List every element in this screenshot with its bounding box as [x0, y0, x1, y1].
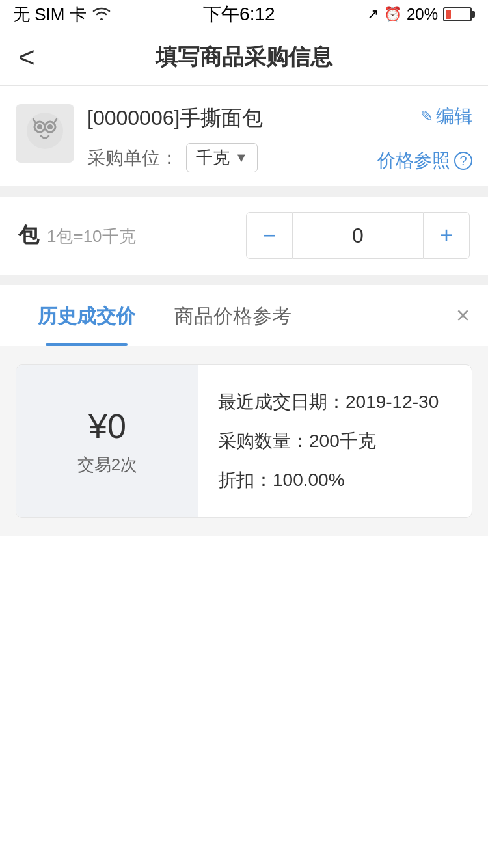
price-detail-discount: 折扣：100.00% [218, 467, 452, 494]
product-left: [0000006]手撕面包 采购单位： 千克 ▼ [16, 104, 263, 172]
battery-icon [443, 7, 475, 21]
status-left: 无 SIM 卡 [13, 3, 111, 26]
quantity-plus-button[interactable]: + [423, 212, 470, 259]
location-icon: ↗ [367, 6, 379, 23]
product-right: ✎ 编辑 价格参照 ? [377, 104, 472, 173]
price-currency-symbol: ¥ [88, 407, 107, 445]
product-logo-icon [25, 111, 64, 156]
price-ref-label: 价格参照 [377, 148, 450, 173]
tab-historical-price-label: 历史成交价 [38, 305, 135, 327]
discount-value: 100.00% [273, 470, 345, 490]
qty-unit-label: 包 [18, 221, 39, 250]
tab-historical-price[interactable]: 历史成交价 [18, 285, 155, 346]
product-thumbnail [16, 104, 74, 163]
discount-label: 折扣： [218, 470, 273, 490]
price-detail-qty: 采购数量：200千克 [218, 427, 452, 455]
price-detail-date: 最近成交日期：2019-12-30 [218, 388, 452, 416]
quantity-row: 包 1包=10千克 − + [0, 197, 488, 275]
wifi-icon [92, 5, 111, 25]
unit-dropdown-icon: ▼ [235, 150, 248, 165]
quantity-input-group: − + [246, 212, 470, 259]
help-icon: ? [454, 152, 472, 170]
back-button[interactable]: < [18, 41, 35, 74]
tab-product-price-reference-label: 商品价格参考 [174, 305, 291, 327]
tabs-bar: 历史成交价 商品价格参考 × [0, 285, 488, 346]
price-right-panel: 最近成交日期：2019-12-30 采购数量：200千克 折扣：100.00% [198, 365, 472, 517]
quantity-minus-button[interactable]: − [246, 212, 293, 259]
unit-label: 采购单位： [87, 146, 178, 170]
carrier-text: 无 SIM 卡 [13, 3, 87, 26]
svg-point-3 [37, 124, 42, 129]
product-name: [0000006]手撕面包 [87, 104, 263, 133]
status-time: 下午6:12 [203, 2, 275, 27]
price-tx-count: 交易2次 [77, 454, 137, 476]
price-left-panel: ¥0 交易2次 [16, 365, 198, 517]
product-card: [0000006]手撕面包 采购单位： 千克 ▼ ✎ 编辑 价格参照 ? [0, 86, 488, 186]
bottom-content-area [0, 536, 488, 868]
svg-point-0 [27, 113, 63, 149]
price-card: ¥0 交易2次 最近成交日期：2019-12-30 采购数量：200千克 折扣：… [16, 364, 472, 518]
purchase-qty-value: 200千克 [309, 431, 376, 451]
status-bar: 无 SIM 卡 下午6:12 ↗ ⏰ 20% [0, 0, 488, 29]
tab-close-button[interactable]: × [456, 302, 470, 329]
edit-icon: ✎ [420, 107, 433, 126]
product-unit-row: 采购单位： 千克 ▼ [87, 143, 263, 172]
unit-value: 千克 [196, 146, 230, 169]
tab-product-price-reference[interactable]: 商品价格参考 [155, 285, 311, 346]
nav-bar: < 填写商品采购信息 [0, 29, 488, 86]
price-reference-button[interactable]: 价格参照 ? [377, 148, 472, 173]
price-amount: ¥0 [88, 407, 126, 446]
tabs-section: 历史成交价 商品价格参考 × ¥0 交易2次 最近成交日期：2019-12-30… [0, 285, 488, 868]
quantity-input[interactable] [293, 212, 423, 259]
battery-text: 20% [407, 5, 438, 23]
qty-conversion-note: 1包=10千克 [47, 225, 136, 248]
svg-point-4 [47, 124, 53, 129]
product-info: [0000006]手撕面包 采购单位： 千克 ▼ [87, 104, 263, 172]
alarm-icon: ⏰ [384, 6, 401, 23]
section-divider [0, 186, 488, 197]
purchase-qty-label: 采购数量： [218, 431, 309, 451]
product-header: [0000006]手撕面包 采购单位： 千克 ▼ ✎ 编辑 价格参照 ? [16, 104, 472, 173]
page-title: 填写商品采购信息 [156, 42, 332, 72]
unit-select-button[interactable]: 千克 ▼ [186, 143, 258, 172]
recent-date-label: 最近成交日期： [218, 392, 346, 412]
recent-date-value: 2019-12-30 [346, 392, 439, 412]
price-value: 0 [107, 407, 126, 445]
edit-label: 编辑 [436, 104, 472, 129]
edit-button[interactable]: ✎ 编辑 [420, 104, 472, 129]
quantity-left: 包 1包=10千克 [18, 221, 136, 250]
status-right: ↗ ⏰ 20% [367, 5, 475, 23]
price-card-wrapper: ¥0 交易2次 最近成交日期：2019-12-30 采购数量：200千克 折扣：… [0, 346, 488, 536]
